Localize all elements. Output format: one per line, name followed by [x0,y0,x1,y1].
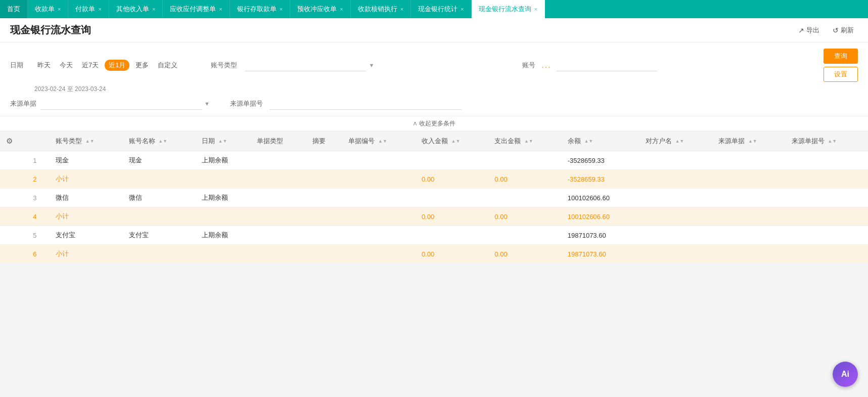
date-btn-7days[interactable]: 近7天 [79,60,102,71]
col-income[interactable]: 收入金额 ▲▼ [416,131,488,151]
sort-icon: ▲▼ [748,139,757,144]
date-shortcuts: 昨天 今天 近7天 近1月 更多 自定义 [34,60,180,71]
doc-type-cell [251,226,306,245]
account-name-cell: 微信 [123,189,196,207]
account-type-label: 账号类型 [211,61,241,70]
doc-type-cell [251,189,306,207]
header-actions: ↗ 导出 ↺ 刷新 [794,24,858,37]
top-navigation: 首页 收款单 × 付款单 × 其他收入单 × 应收应付调整单 × 银行存取款单 … [0,0,868,18]
doc-no-cell [342,189,415,207]
account-name-cell [123,245,196,263]
col-account-type[interactable]: 账号类型 ▲▼ [50,131,122,151]
col-balance[interactable]: 余额 ▲▼ [562,131,639,151]
col-source-doc[interactable]: 来源单据 ▲▼ [712,131,785,151]
doc-type-cell [251,207,306,226]
date-btn-today[interactable]: 今天 [57,60,76,71]
date-btn-1month[interactable]: 近1月 [105,60,129,71]
sort-icon: ▲▼ [675,139,684,144]
close-icon[interactable]: × [280,6,283,12]
export-button[interactable]: ↗ 导出 [794,24,824,37]
source-doc-cell [712,170,785,189]
gear-icon[interactable]: ⚙ [6,137,13,145]
nav-item-receipt[interactable]: 收款单 × [28,0,68,18]
table-row[interactable]: 5支付宝支付宝上期余额19871073.60 [0,226,868,245]
account-label: 账号 [522,61,537,70]
table-row[interactable]: 6小计0.000.0019871073.60 [0,245,868,263]
close-icon[interactable]: × [98,6,101,12]
nav-item-payment[interactable]: 付款单 × [68,0,109,18]
filter-area: 日期 昨天 今天 近7天 近1月 更多 自定义 账号类型 ▼ 账号 [0,42,868,116]
balance-cell: 100102606.60 [562,207,639,226]
balance-cell: 19871073.60 [562,226,639,245]
export-icon: ↗ [798,26,804,34]
sort-icon: ▲▼ [584,139,593,144]
account-type-dropdown-icon[interactable]: ▼ [369,62,374,68]
source-doc-label: 来源单据 [10,99,36,108]
sort-icon: ▲▼ [218,139,227,144]
nav-item-cash-bank-stat[interactable]: 现金银行统计 × [411,0,471,18]
expense-cell [488,189,561,207]
doc-type-cell [251,170,306,189]
date-cell [196,170,251,189]
source-doc-dropdown-icon[interactable]: ▼ [204,101,210,107]
account-name-cell: 支付宝 [123,226,196,245]
date-label: 日期 [10,61,30,70]
nav-item-cash-bank-query[interactable]: 现金银行流水查询 × [472,0,545,18]
refresh-button[interactable]: ↺ 刷新 [829,24,858,37]
more-options-icon[interactable]: ... [541,61,551,70]
balance-cell: 19871073.60 [562,245,639,263]
col-account-name[interactable]: 账号名称 ▲▼ [123,131,196,151]
collapse-label: 收起更多条件 [419,120,455,127]
counterpart-cell [639,170,712,189]
close-icon[interactable]: × [400,6,403,12]
nav-item-home[interactable]: 首页 [0,0,28,18]
nav-item-prepay-offset[interactable]: 预收冲应收单 × [290,0,350,18]
col-date[interactable]: 日期 ▲▼ [196,131,251,151]
source-doc-cell [712,245,785,263]
date-cell: 上期余额 [196,226,251,245]
account-input[interactable] [557,59,658,71]
nav-item-ar-ap-adjust[interactable]: 应收应付调整单 × [163,0,230,18]
table-row[interactable]: 4小计0.000.00100102606.60 [0,207,868,226]
nav-item-bank-deposit[interactable]: 银行存取款单 × [230,0,290,18]
col-doc-no[interactable]: 单据编号 ▲▼ [342,131,415,151]
account-type-cell: 小计 [50,245,122,263]
date-btn-custom[interactable]: 自定义 [155,60,180,71]
nav-item-other-income[interactable]: 其他收入单 × [109,0,163,18]
close-icon[interactable]: × [152,6,155,12]
table-row[interactable]: 1现金现金上期余额-3528659.33 [0,151,868,170]
close-icon[interactable]: × [58,6,61,12]
date-cell: 上期余额 [196,189,251,207]
col-counterpart[interactable]: 对方户名 ▲▼ [639,131,712,151]
table-row[interactable]: 2小计0.000.00-3528659.33 [0,170,868,189]
nav-item-receipt-verify[interactable]: 收款核销执行 × [351,0,411,18]
date-btn-more[interactable]: 更多 [132,60,152,71]
close-icon[interactable]: × [461,6,464,12]
close-icon[interactable]: × [219,6,222,12]
source-doc-no-input[interactable] [269,98,462,110]
expense-cell: 0.00 [488,170,561,189]
source-doc-no-label: 来源单据号 [230,99,265,108]
close-icon[interactable]: × [340,6,343,12]
collapse-bar[interactable]: ∧ 收起更多条件 [0,116,868,131]
date-btn-yesterday[interactable]: 昨天 [34,60,54,71]
col-row-num [27,131,50,151]
close-icon[interactable]: × [534,6,537,12]
sort-icon: ▲▼ [158,139,167,144]
col-expense[interactable]: 支出金额 ▲▼ [488,131,561,151]
table-header-row: ⚙ 账号类型 ▲▼ 账号名称 ▲▼ 日期 ▲▼ 单据类型 [0,131,868,151]
row-num-cell: 5 [27,226,50,245]
sort-icon: ▲▼ [378,139,387,144]
settings-button[interactable]: 设置 [824,67,858,82]
source-doc-input[interactable] [40,98,202,110]
income-cell: 0.00 [416,207,488,226]
table-row[interactable]: 3微信微信上期余额100102606.60 [0,189,868,207]
col-settings[interactable]: ⚙ [0,131,27,151]
source-doc-no-cell [786,226,868,245]
account-name-cell: 现金 [123,151,196,170]
query-button[interactable]: 查询 [824,49,858,64]
counterpart-cell [639,151,712,170]
account-type-input[interactable] [245,59,367,71]
col-source-doc-no[interactable]: 来源单据号 ▲▼ [786,131,868,151]
row-num-cell: 4 [27,207,50,226]
